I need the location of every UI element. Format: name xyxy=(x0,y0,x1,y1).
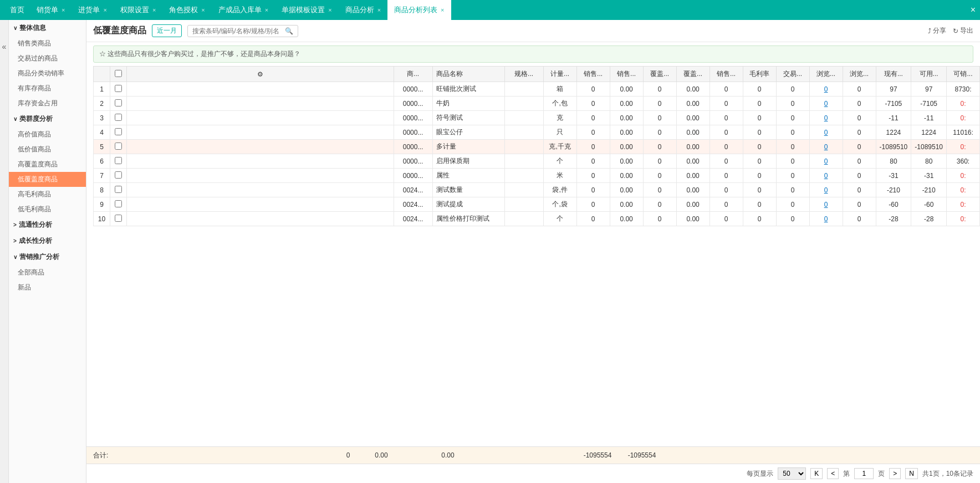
share-button[interactable]: ⤴ 分享 xyxy=(928,26,946,35)
row-checkbox[interactable] xyxy=(115,114,122,121)
cell-sales3: 0 xyxy=(710,183,743,197)
sidebar-toggle[interactable]: « xyxy=(0,20,9,483)
cell-browse1[interactable]: 0 xyxy=(809,212,843,226)
page-size-select[interactable]: 50 20 100 200 xyxy=(778,467,806,480)
sidebar-section-cluster[interactable]: ∨ 类群度分析 xyxy=(9,111,86,127)
cell-check[interactable] xyxy=(110,212,127,226)
sidebar-item-low-margin[interactable]: 低毛利商品 xyxy=(9,202,86,217)
browse-link[interactable]: 0 xyxy=(824,114,828,122)
sidebar-item-high-coverage[interactable]: 高覆盖度商品 xyxy=(9,157,86,172)
export-button[interactable]: ↻ 导出 xyxy=(953,26,973,35)
sidebar-item-low-value[interactable]: 低价值商品 xyxy=(9,142,86,157)
browse-link[interactable]: 0 xyxy=(824,129,828,136)
cell-browse1[interactable]: 0 xyxy=(809,111,843,125)
cell-unit: 只 xyxy=(543,125,576,140)
nav-tab-template[interactable]: 单据模板设置 × xyxy=(275,0,338,20)
sidebar-item-category-rate[interactable]: 商品分类动销率 xyxy=(9,66,86,81)
row-checkbox[interactable] xyxy=(115,128,122,135)
cell-browse1[interactable]: 0 xyxy=(809,154,843,169)
close-analysis-list-icon[interactable]: × xyxy=(441,0,444,20)
nav-tab-analysis[interactable]: 商品分析 × xyxy=(339,0,387,20)
cell-check[interactable] xyxy=(110,169,127,183)
sidebar-item-all-goods[interactable]: 全部商品 xyxy=(9,265,86,280)
cell-browse1[interactable]: 0 xyxy=(809,125,843,140)
nav-tab-home[interactable]: 首页 xyxy=(4,0,30,20)
cell-sales3: 0 xyxy=(710,125,743,140)
browse-link[interactable]: 0 xyxy=(824,143,828,151)
cell-check[interactable] xyxy=(110,140,127,154)
browse-link[interactable]: 0 xyxy=(824,201,828,209)
sidebar-section-marketing[interactable]: ∨ 营销推广分析 xyxy=(9,249,86,265)
cell-check[interactable] xyxy=(110,82,127,96)
close-product-icon[interactable]: × xyxy=(265,0,268,20)
cell-check[interactable] xyxy=(110,154,127,169)
next-page-button[interactable]: > xyxy=(889,468,901,479)
nav-tab-permission[interactable]: 权限设置 × xyxy=(114,0,162,20)
filter-month-button[interactable]: 近一月 xyxy=(152,24,182,37)
first-page-button[interactable]: K xyxy=(810,468,823,479)
nav-tab-product[interactable]: 产成品入库单 × xyxy=(212,0,275,20)
row-checkbox[interactable] xyxy=(115,143,122,150)
browse-link[interactable]: 0 xyxy=(824,157,828,165)
cell-sales3: 0 xyxy=(710,212,743,226)
th-settings[interactable]: ⚙ xyxy=(127,67,394,82)
cell-check[interactable] xyxy=(110,96,127,111)
cell-spec xyxy=(504,125,543,140)
cell-browse1[interactable]: 0 xyxy=(809,140,843,154)
sidebar-item-instock-goods[interactable]: 有库存商品 xyxy=(9,81,86,96)
close-template-icon[interactable]: × xyxy=(328,0,331,20)
summary-spacer2 xyxy=(398,450,431,460)
row-checkbox[interactable] xyxy=(115,99,122,106)
browse-link[interactable]: 0 xyxy=(824,85,828,93)
row-checkbox[interactable] xyxy=(115,215,122,222)
cell-check[interactable] xyxy=(110,111,127,125)
cell-code: 0000... xyxy=(394,125,432,140)
cell-check[interactable] xyxy=(110,183,127,197)
prev-page-button[interactable]: < xyxy=(827,468,839,479)
sidebar-item-sales-goods[interactable]: 销售类商品 xyxy=(9,36,86,51)
th-check[interactable] xyxy=(110,67,127,82)
sidebar-item-high-margin[interactable]: 高毛利商品 xyxy=(9,187,86,202)
sidebar-item-high-value[interactable]: 高价值商品 xyxy=(9,127,86,142)
row-checkbox[interactable] xyxy=(115,171,122,179)
settings-icon[interactable]: ⚙ xyxy=(257,70,263,78)
cell-browse1[interactable]: 0 xyxy=(809,183,843,197)
close-analysis-icon[interactable]: × xyxy=(377,0,381,20)
table-row: 5 0000... 多计量 克,千克 0 0.00 0 0.00 0 0 0 0… xyxy=(94,140,980,154)
row-checkbox[interactable] xyxy=(115,85,122,92)
nav-tab-analysis-list[interactable]: 商品分析列表 × xyxy=(387,0,451,20)
close-permission-icon[interactable]: × xyxy=(152,0,156,20)
cell-action xyxy=(127,111,394,125)
nav-tab-sales[interactable]: 销货单 × xyxy=(30,0,72,20)
cell-browse1[interactable]: 0 xyxy=(809,82,843,96)
browse-link[interactable]: 0 xyxy=(824,215,828,223)
close-role-icon[interactable]: × xyxy=(201,0,205,20)
window-close-button[interactable]: × xyxy=(971,5,976,15)
close-purchase-icon[interactable]: × xyxy=(103,0,106,20)
sidebar-item-traded-goods[interactable]: 交易过的商品 xyxy=(9,51,86,66)
select-all-checkbox[interactable] xyxy=(115,70,122,77)
sidebar-section-overall[interactable]: ∨ 整体信息 xyxy=(9,20,86,36)
cell-check[interactable] xyxy=(110,125,127,140)
nav-tab-role[interactable]: 角色授权 × xyxy=(162,0,211,20)
sidebar-section-growth[interactable]: > 成长性分析 xyxy=(9,233,86,249)
page-number-input[interactable] xyxy=(854,468,874,479)
search-input[interactable] xyxy=(192,27,283,35)
nav-tab-purchase[interactable]: 进货单 × xyxy=(72,0,113,20)
browse-link[interactable]: 0 xyxy=(824,172,828,180)
row-checkbox[interactable] xyxy=(115,200,122,207)
cell-browse1[interactable]: 0 xyxy=(809,169,843,183)
cell-check[interactable] xyxy=(110,197,127,212)
row-checkbox[interactable] xyxy=(115,157,122,164)
close-sales-icon[interactable]: × xyxy=(62,0,65,20)
cell-browse1[interactable]: 0 xyxy=(809,197,843,212)
browse-link[interactable]: 0 xyxy=(824,186,828,194)
last-page-button[interactable]: N xyxy=(905,468,918,479)
sidebar-item-inventory-fund[interactable]: 库存资金占用 xyxy=(9,96,86,111)
cell-browse1[interactable]: 0 xyxy=(809,96,843,111)
sidebar-item-low-coverage[interactable]: 低覆盖度商品 xyxy=(9,172,86,187)
sidebar-section-liquidity[interactable]: > 流通性分析 xyxy=(9,217,86,233)
row-checkbox[interactable] xyxy=(115,186,122,193)
browse-link[interactable]: 0 xyxy=(824,100,828,108)
sidebar-item-new-goods[interactable]: 新品 xyxy=(9,280,86,295)
